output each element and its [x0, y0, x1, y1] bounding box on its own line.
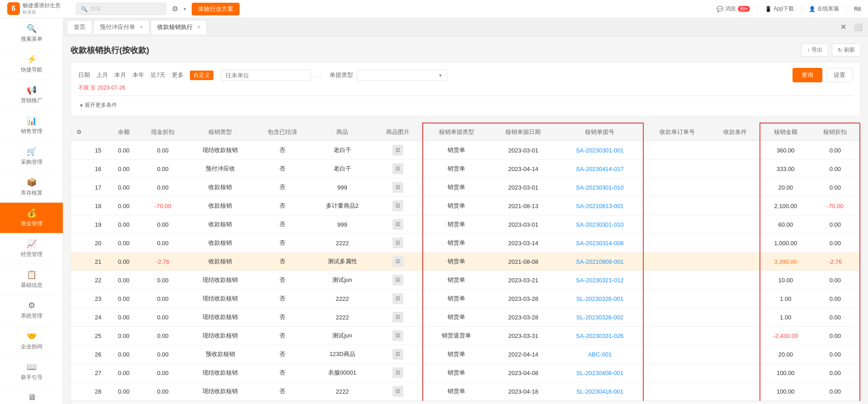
td-verify-no[interactable]: SA-20230301-010: [557, 215, 643, 234]
sidebar-item-销售管理[interactable]: 📊销售管理: [0, 110, 63, 141]
sidebar-item-搜索菜单[interactable]: 🔍搜索菜单: [0, 18, 63, 49]
filter-settings-button[interactable]: 设置: [826, 68, 853, 82]
maximize-icon[interactable]: ⬜: [852, 21, 864, 33]
this-month-btn[interactable]: 本月: [112, 70, 129, 80]
sidebar-icon: 📋: [27, 270, 37, 280]
doc-type-select[interactable]: ▾: [357, 70, 447, 81]
partner-dots[interactable]: ...: [315, 72, 322, 79]
verify-no-link[interactable]: SA-20230301-010: [576, 184, 624, 191]
sidebar-label: 企业协同: [21, 343, 42, 351]
td-verify-discount: 0.00: [811, 215, 860, 234]
tab-close-icon[interactable]: ×: [197, 24, 200, 30]
td-verify-no[interactable]: SA-20230414-017: [557, 160, 643, 178]
search-box[interactable]: 🔍 搜索: [76, 3, 166, 15]
td-verify-no[interactable]: SL-20230418-001: [557, 382, 643, 401]
service-btn[interactable]: 👤 在线客服: [809, 5, 839, 13]
refresh-button[interactable]: ↻ 刷新: [832, 43, 861, 57]
tab-close-icon[interactable]: ×: [140, 24, 143, 30]
td-verify-no[interactable]: SA-20230321-012: [557, 271, 643, 290]
close-window-icon[interactable]: ✕: [839, 21, 848, 33]
td-verify-no[interactable]: SA-20230301-010: [557, 178, 643, 197]
td-verify-discount: 0.00: [811, 364, 860, 382]
sidebar-icon: 🖥: [28, 393, 36, 402]
verify-no-link[interactable]: SL-20230328-001: [576, 295, 623, 302]
settings-icon[interactable]: ⚙: [172, 5, 178, 13]
th-receipt-cond: 收款条件: [711, 123, 760, 141]
verify-no-link[interactable]: SA-20230321-012: [576, 277, 624, 284]
sidebar-item-经营管理[interactable]: 📈经营管理: [0, 233, 63, 264]
td-verify-date: 2023-04-18: [490, 382, 557, 401]
td-verify-no[interactable]: SA-20230314-008: [557, 234, 643, 252]
page-content: 收款核销执行(按收款) ↑ 导出 ↻ 刷新 日期: [63, 36, 868, 404]
this-year-btn[interactable]: 本年: [130, 70, 147, 80]
verify-no-link[interactable]: SL-20230418-001: [576, 388, 623, 395]
th-settings[interactable]: ⚙: [71, 123, 87, 141]
message-badge: 99+: [738, 6, 750, 12]
custom-btn[interactable]: 自定义: [190, 71, 213, 80]
th-verify-date: 核销单据日期: [490, 123, 557, 141]
dropdown-icon[interactable]: ▾: [184, 6, 186, 12]
tab-首页[interactable]: 首页: [67, 20, 92, 34]
last-month-btn[interactable]: 上月: [94, 70, 111, 80]
user-name[interactable]: Rit: [854, 6, 861, 12]
td-verify-no[interactable]: SA-20230331-026: [557, 327, 643, 345]
verify-no-link[interactable]: SA-20230314-008: [576, 240, 624, 247]
td-verify-no[interactable]: ABC-001: [557, 345, 643, 364]
sidebar-item-营销推广[interactable]: 📢营销推广: [0, 80, 63, 110]
verify-no-link[interactable]: SA-20230301-010: [576, 221, 624, 228]
verify-no-link[interactable]: SA-20230331-026: [576, 333, 624, 339]
verify-no-link[interactable]: ABC-001: [588, 351, 612, 358]
product-image: 🖼: [392, 349, 403, 360]
td-verify-discount: -2.76: [811, 252, 860, 271]
expand-btn[interactable]: ▾ 展开更多条件: [80, 101, 851, 109]
sidebar-item-快捷导航[interactable]: ⚡快捷导航: [0, 49, 63, 80]
td-product-img: 🖼: [373, 252, 422, 271]
td-include-settled: 否: [254, 141, 311, 160]
message-btn[interactable]: 💬 消息 99+: [717, 5, 750, 13]
td-cash-discount: 0.00: [139, 215, 187, 234]
last7-btn[interactable]: 近7天: [148, 70, 168, 80]
verify-no-link[interactable]: SA-20210808-001: [576, 258, 624, 265]
td-receipt-cond: [711, 271, 760, 290]
tab-预付冲应付单[interactable]: 预付冲应付单×: [93, 20, 150, 34]
sidebar-item-企业协同[interactable]: 🤝企业协同: [0, 326, 63, 356]
td-verify-no[interactable]: SA-20210808-001: [557, 252, 643, 271]
sidebar-item-新手引导[interactable]: 📖新手引导: [0, 356, 63, 387]
td-verify-date: 2023-03-01: [490, 215, 557, 234]
sidebar-item-系统管理[interactable]: ⚙系统管理: [0, 295, 63, 326]
th-balance: 余额: [109, 123, 139, 141]
verify-no-link[interactable]: SA-20230301-001: [576, 147, 624, 154]
query-button[interactable]: 查询: [793, 68, 822, 82]
product-image: 🖼: [392, 256, 403, 267]
table-scroll[interactable]: ⚙ 余额 现金折扣 核销类型 包含已结清 商品 商品图片 核销单据类型 核销单据…: [71, 123, 860, 401]
verify-no-link[interactable]: SL-20230408-001: [576, 370, 623, 376]
sidebar-item-智能硬件[interactable]: 🖥智能硬件: [0, 387, 63, 404]
verify-no-link[interactable]: SA-20230414-017: [576, 166, 624, 172]
more-btn[interactable]: 更多: [169, 70, 186, 80]
sidebar-item-库存核算[interactable]: 📦库存核算: [0, 172, 63, 203]
partner-input[interactable]: [221, 70, 311, 81]
product-image: 🖼: [392, 163, 403, 174]
sidebar-icon: ⚙: [28, 300, 35, 310]
td-verify-no[interactable]: SL-20230328-001: [557, 290, 643, 308]
td-verify-amount: 2,100.00: [760, 197, 811, 215]
sidebar-item-基础信息[interactable]: 📋基础信息: [0, 264, 63, 295]
solution-button[interactable]: 体验行业方案: [192, 3, 240, 15]
th-product: 商品: [311, 123, 373, 141]
verify-no-link[interactable]: SL-20230328-002: [576, 314, 623, 321]
td-verify-no[interactable]: SA-20230301-001: [557, 141, 643, 160]
td-verify-no[interactable]: SL-20230408-001: [557, 364, 643, 382]
expand-row: ▾ 展开更多条件: [78, 100, 853, 111]
partner-filter: ...: [221, 70, 322, 81]
filter-row-1: 日期 上月 本月 本年 近7天 更多 自定义 ...: [78, 68, 853, 82]
td-balance: 0.00: [109, 215, 139, 234]
tab-收款核销执行[interactable]: 收款核销执行×: [151, 20, 207, 34]
td-product: 老白干: [311, 160, 373, 178]
td-verify-no[interactable]: SA-20210813-001: [557, 197, 643, 215]
td-verify-no[interactable]: SL-20230328-002: [557, 308, 643, 327]
export-button[interactable]: ↑ 导出: [801, 43, 828, 57]
sidebar-item-资金管理[interactable]: 💰资金管理: [0, 203, 63, 233]
sidebar-item-采购管理[interactable]: 🛒采购管理: [0, 141, 63, 172]
verify-no-link[interactable]: SA-20210813-001: [576, 203, 624, 209]
app-download-btn[interactable]: 📱 App下载: [765, 5, 794, 13]
